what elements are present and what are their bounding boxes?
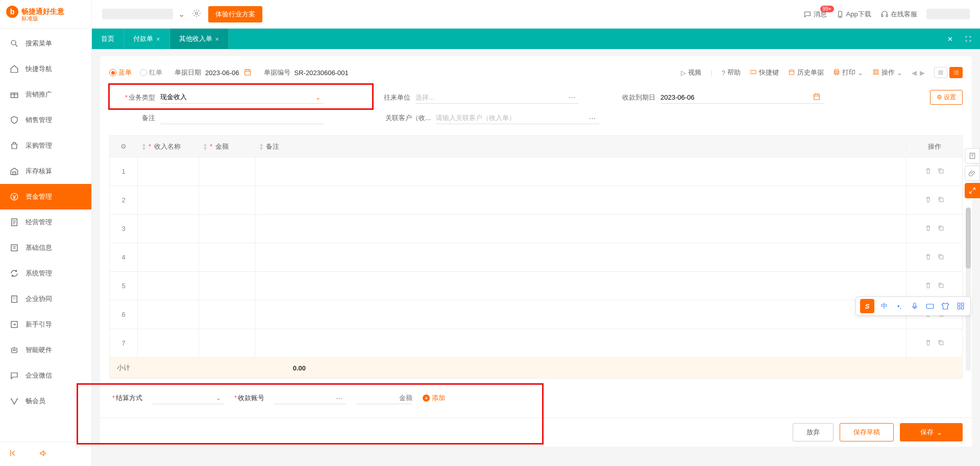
ime-skin-icon[interactable] [940,300,951,312]
collapse-icon[interactable] [9,449,18,459]
delete-icon[interactable] [924,196,932,205]
remark-input[interactable] [160,112,324,124]
attach-tool-icon[interactable] [965,166,980,181]
sound-icon[interactable] [39,449,48,459]
more-icon[interactable]: ⋯ [589,114,596,122]
table-row[interactable]: 4 [110,243,962,272]
ops-button[interactable]: 操作⌄ [872,68,902,77]
prev-icon[interactable]: ◀ [912,69,917,77]
method-select[interactable]: ⌄ [153,392,224,404]
settings-button[interactable]: ⚙ 设置 [930,90,963,105]
sidebar-item-search[interactable]: 搜索菜单 [0,31,91,56]
history-button[interactable]: 历史单据 [788,68,824,77]
ime-mic-icon[interactable] [909,300,920,312]
grid-settings-icon[interactable]: ⚙ [110,143,137,150]
due-input[interactable] [660,91,824,104]
method-input[interactable] [153,392,224,404]
tab-home[interactable]: 首页 [92,29,124,49]
sidebar-item-purchase[interactable]: 采购管理 [0,133,91,158]
delete-icon[interactable] [924,282,932,291]
radio-red[interactable]: 红单 [140,68,162,77]
amount-input[interactable] [356,392,412,404]
app-download-button[interactable]: App下载 [836,10,871,19]
close-all-icon[interactable]: ✕ [942,31,958,46]
radio-blue[interactable]: 蓝单 [109,68,132,77]
sort-icon[interactable]: ▲▼ [259,143,264,151]
expand-tool-icon[interactable] [965,183,980,198]
biztype-select[interactable]: ⌄ [160,91,324,104]
ime-grid-icon[interactable] [955,300,966,312]
tab-other-income[interactable]: 其他收入单× [170,29,229,49]
table-row[interactable]: 1 [110,157,962,186]
video-button[interactable]: ▷视频 [681,68,701,77]
date-value[interactable]: 2023-06-06 [205,69,239,77]
sidebar-item-funds[interactable]: 资金管理 [0,184,91,209]
discard-button[interactable]: 放弃 [793,423,834,441]
tenant-selector[interactable]: hidden ⌄ [102,9,185,19]
view-grid-icon[interactable] [949,67,963,78]
table-row[interactable]: 3 [110,215,962,243]
sidebar-item-quicknav[interactable]: 快捷导航 [0,56,91,82]
cust-select[interactable]: ⋯ [436,112,599,124]
print-button[interactable]: 打印⌄ [833,68,863,77]
copy-icon[interactable] [937,224,945,234]
view-list-icon[interactable] [934,67,947,78]
delete-icon[interactable] [924,253,932,262]
table-row[interactable]: 7 [110,329,962,358]
close-icon[interactable]: × [215,35,219,43]
gear-icon[interactable] [192,9,201,19]
sidebar-item-hardware[interactable]: 智能硬件 [0,337,91,363]
sidebar-item-wecom[interactable]: 企业微信 [0,363,91,388]
more-icon[interactable]: ⋯ [336,394,343,402]
sidebar-item-guide[interactable]: 新手引导 [0,312,91,337]
copy-icon[interactable] [937,253,945,262]
fullscreen-icon[interactable] [961,31,976,46]
copy-icon[interactable] [937,339,945,348]
sidebar-item-member[interactable]: 畅会员 [0,388,91,414]
ime-punct-icon[interactable]: •, [894,300,905,312]
unit-select[interactable]: ⋯ [415,91,579,104]
delete-icon[interactable] [924,167,932,176]
sidebar-item-inventory[interactable]: 库存核算 [0,158,91,184]
service-button[interactable]: 在线客服 [880,10,917,19]
sidebar-item-marketing[interactable]: 营销推广 [0,82,91,107]
table-row[interactable]: 2 [110,186,962,215]
table-row[interactable]: 6 [110,300,962,329]
delete-icon[interactable] [924,339,932,348]
note-tool-icon[interactable] [965,148,980,164]
messages-button[interactable]: 消息 99+ [803,10,827,19]
sort-icon[interactable]: ▲▼ [203,143,208,151]
account-select[interactable]: ⋯ [275,392,346,404]
sidebar-item-system[interactable]: 系统管理 [0,261,91,286]
cust-input[interactable] [436,112,599,124]
save-button[interactable]: 保存⌄ [900,423,963,441]
tab-payment[interactable]: 付款单× [124,29,170,49]
ime-cn-icon[interactable]: 中 [878,300,890,312]
table-row[interactable]: 5 [110,272,962,300]
close-icon[interactable]: × [156,35,160,43]
user-avatar[interactable]: user [926,9,970,19]
biztype-input[interactable] [160,91,324,104]
account-input[interactable] [275,392,346,404]
sidebar-item-biz[interactable]: 经营管理 [0,209,91,235]
help-button[interactable]: ?帮助 [722,68,741,77]
due-date[interactable] [660,91,824,104]
calendar-icon[interactable] [243,68,252,78]
ime-keyboard-icon[interactable] [924,300,936,312]
delete-icon[interactable] [924,224,932,234]
sidebar-item-basic[interactable]: 基础信息 [0,235,91,261]
copy-icon[interactable] [937,167,945,176]
scrollbar[interactable] [966,207,971,371]
copy-icon[interactable] [937,196,945,205]
sort-icon[interactable]: ▲▼ [141,143,146,151]
ime-toolbar[interactable]: S 中 •, [855,296,971,316]
add-button[interactable]: +添加 [423,393,445,403]
experience-button[interactable]: 体验行业方案 [208,6,262,22]
copy-icon[interactable] [937,282,945,291]
draft-button[interactable]: 保存草稿 [840,423,894,441]
shortcut-button[interactable]: 快捷键 [750,68,779,77]
unit-input[interactable] [415,91,579,104]
next-icon[interactable]: ▶ [920,69,925,77]
sidebar-item-collab[interactable]: 企业协同 [0,286,91,312]
more-icon[interactable]: ⋯ [569,94,576,101]
